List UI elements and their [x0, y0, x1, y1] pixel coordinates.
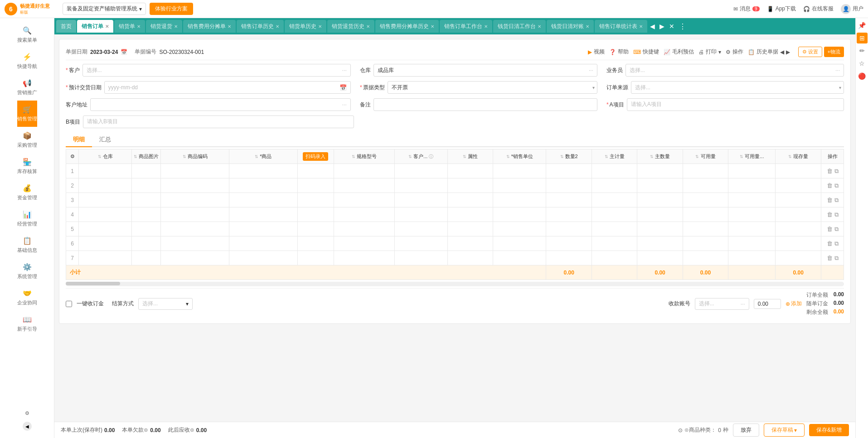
col-unit-header[interactable]: ⇅ *销售单位	[493, 149, 546, 164]
discard-btn[interactable]: 放弃	[733, 424, 759, 437]
table-cell[interactable]	[161, 193, 229, 207]
calendar-icon[interactable]: 📅	[121, 49, 127, 55]
tab-daily-clear-workbench[interactable]: 钱货日清工作台✕	[493, 20, 546, 33]
settlement-select[interactable]: 选择... ▾	[138, 298, 660, 310]
table-cell[interactable]	[161, 207, 229, 222]
table-cell[interactable]	[592, 178, 637, 193]
table-cell[interactable]	[394, 164, 447, 178]
col-customer-code-header[interactable]: ⇅ 客户... ⓘ	[394, 149, 447, 164]
tab-close-order-workbench[interactable]: ✕	[484, 24, 488, 29]
table-cell[interactable]	[728, 193, 776, 207]
table-cell[interactable]	[79, 193, 132, 207]
one-click-checkbox[interactable]	[66, 301, 72, 307]
table-cell[interactable]	[683, 164, 728, 178]
view-video-btn[interactable]: ▶ 视频	[588, 48, 605, 56]
industry-btn[interactable]: 体验行业方案	[150, 3, 193, 15]
sidebar-item-quick-nav[interactable]: ⚡快捷导航	[17, 48, 37, 74]
tab-close-expense-split-history[interactable]: ✕	[431, 24, 434, 29]
tab-home[interactable]: 首页	[56, 20, 76, 33]
table-cell[interactable]	[297, 164, 334, 178]
sidebar-item-sales[interactable]: 🛒销售管理	[17, 101, 37, 127]
tab-return-goods[interactable]: 销货退货✕	[146, 20, 182, 33]
table-cell[interactable]	[493, 222, 546, 236]
col-img-header[interactable]: ⇅ 商品图片	[132, 149, 161, 164]
table-cell[interactable]	[776, 178, 821, 193]
table-cell[interactable]	[334, 222, 394, 236]
message-btn[interactable]: ✉ 消息 9	[733, 5, 760, 13]
table-cell[interactable]	[683, 222, 728, 236]
table-cell[interactable]	[297, 178, 334, 193]
table-cell[interactable]	[447, 178, 493, 193]
table-cell[interactable]	[334, 251, 394, 265]
row-copy-icon[interactable]: ⧉	[834, 226, 839, 232]
table-cell[interactable]	[447, 193, 493, 207]
table-cell[interactable]	[637, 207, 683, 222]
table-cell[interactable]	[776, 207, 821, 222]
table-cell[interactable]	[79, 164, 132, 178]
invoice-type-select[interactable]: 不开票 ▾	[388, 81, 597, 94]
table-cell[interactable]	[229, 207, 297, 222]
table-cell[interactable]	[637, 178, 683, 193]
col-avail-header[interactable]: ⇅ 可用量	[683, 149, 728, 164]
table-cell[interactable]	[394, 193, 447, 207]
add-goods-btn[interactable]: +物流	[824, 47, 844, 57]
table-cell[interactable]	[493, 164, 546, 178]
table-cell[interactable]	[637, 222, 683, 236]
table-cell[interactable]	[728, 164, 776, 178]
table-cell[interactable]	[394, 178, 447, 193]
rp-pin-icon[interactable]: 📌	[857, 20, 868, 31]
table-cell[interactable]	[229, 222, 297, 236]
row-delete-icon[interactable]: 🗑	[826, 211, 834, 218]
table-cell[interactable]	[776, 164, 821, 178]
system-selector[interactable]: 装备及固定资产辅助管理系统 ▾	[63, 3, 146, 15]
rp-edit-icon[interactable]: ✏	[857, 45, 868, 56]
table-cell[interactable]	[132, 164, 161, 178]
table-cell[interactable]	[447, 222, 493, 236]
table-cell[interactable]	[132, 207, 161, 222]
table-cell[interactable]	[637, 236, 683, 251]
table-cell[interactable]	[493, 193, 546, 207]
online-support-btn[interactable]: 🎧 在线客服	[803, 5, 834, 13]
table-cell[interactable]	[546, 193, 592, 207]
save-draft-btn[interactable]: 保存草稿 ▾	[764, 424, 805, 437]
table-cell[interactable]	[229, 236, 297, 251]
table-cell[interactable]	[776, 236, 821, 251]
history-nav-next[interactable]: ▶	[786, 49, 790, 55]
sidebar-item-finance[interactable]: 💰资金管理	[17, 179, 37, 206]
table-cell[interactable]	[394, 222, 447, 236]
table-cell[interactable]	[493, 236, 546, 251]
sidebar-item-settings[interactable]: ⚙	[0, 407, 54, 420]
tab-order-workbench[interactable]: 销售订单工作台✕	[440, 20, 492, 33]
table-cell[interactable]	[546, 178, 592, 193]
table-cell[interactable]	[79, 251, 132, 265]
table-cell[interactable]	[394, 236, 447, 251]
table-cell[interactable]	[683, 193, 728, 207]
table-cell[interactable]	[161, 178, 229, 193]
table-cell[interactable]	[161, 222, 229, 236]
rp-alert-icon[interactable]: 🔴	[857, 71, 868, 82]
table-cell[interactable]	[592, 193, 637, 207]
table-cell[interactable]	[394, 251, 447, 265]
table-cell[interactable]	[334, 207, 394, 222]
table-cell[interactable]	[79, 236, 132, 251]
table-cell[interactable]	[637, 164, 683, 178]
table-cell[interactable]	[592, 251, 637, 265]
table-cell[interactable]	[683, 207, 728, 222]
table-cell[interactable]	[334, 236, 394, 251]
tab-close-daily-clear-workbench[interactable]: ✕	[538, 24, 541, 29]
table-cell[interactable]	[447, 236, 493, 251]
table-cell[interactable]	[546, 236, 592, 251]
table-cell[interactable]	[776, 251, 821, 265]
tab-return-goods-history[interactable]: 销货退货历史✕	[327, 20, 374, 33]
row-copy-icon[interactable]: ⧉	[834, 182, 839, 189]
row-delete-icon[interactable]: 🗑	[826, 182, 834, 189]
table-cell[interactable]	[161, 164, 229, 178]
table-cell[interactable]	[161, 236, 229, 251]
table-cell[interactable]	[297, 222, 334, 236]
row-delete-icon[interactable]: 🗑	[826, 226, 834, 232]
col-product-header[interactable]: ⇅ *商品	[229, 149, 297, 164]
tab-daily-reconcile[interactable]: 钱货日清对账✕	[547, 20, 594, 33]
row-delete-icon[interactable]: 🗑	[826, 168, 834, 174]
row-delete-icon[interactable]: 🗑	[826, 255, 834, 261]
horizontal-scrollbar[interactable]	[66, 282, 844, 286]
